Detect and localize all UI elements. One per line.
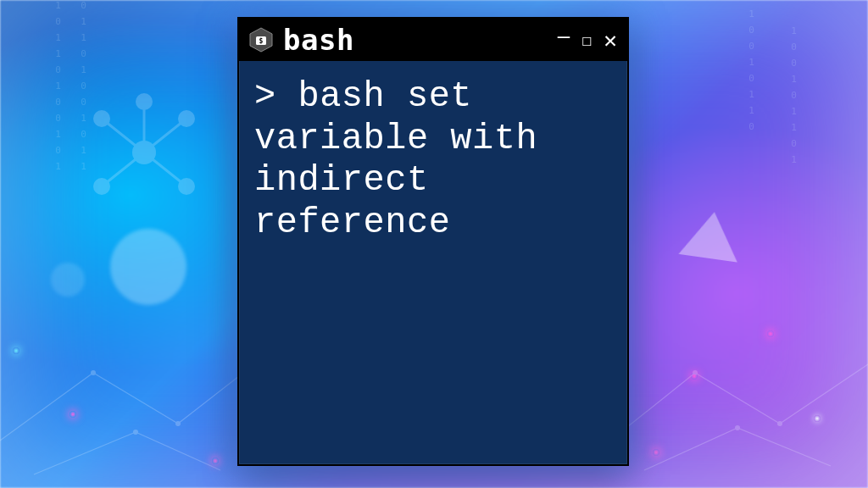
app-title: bash bbox=[283, 23, 549, 57]
glow-dot bbox=[653, 449, 659, 456]
glow-dot bbox=[691, 373, 698, 380]
svg-line-12 bbox=[93, 373, 178, 424]
svg-point-22 bbox=[175, 421, 181, 426]
glow-dot bbox=[767, 330, 774, 337]
svg-point-26 bbox=[735, 425, 740, 430]
close-button[interactable]: ✕ bbox=[604, 29, 617, 51]
svg-line-20 bbox=[737, 428, 831, 466]
svg-point-25 bbox=[777, 421, 782, 426]
minimize-button[interactable]: — bbox=[558, 26, 570, 47]
svg-line-14 bbox=[34, 432, 136, 474]
window-controls: — ☐ ✕ bbox=[558, 29, 617, 51]
glow-dot bbox=[814, 415, 821, 422]
svg-text:$: $ bbox=[259, 37, 264, 45]
maximize-button[interactable]: ☐ bbox=[581, 31, 592, 48]
svg-line-17 bbox=[695, 373, 780, 424]
svg-point-23 bbox=[133, 430, 138, 435]
titlebar[interactable]: $ bash — ☐ ✕ bbox=[239, 19, 627, 61]
bash-hex-icon: $ bbox=[248, 26, 275, 53]
glow-dot bbox=[70, 411, 76, 418]
terminal-window: $ bash — ☐ ✕ > bash set variable with in… bbox=[237, 17, 629, 466]
svg-line-15 bbox=[136, 432, 220, 470]
svg-line-18 bbox=[780, 364, 868, 424]
svg-line-11 bbox=[0, 373, 93, 441]
svg-point-21 bbox=[91, 370, 96, 375]
glow-dot bbox=[212, 458, 219, 464]
terminal-command: bash set variable with indirect referenc… bbox=[254, 76, 537, 243]
prompt-symbol: > bbox=[254, 76, 298, 117]
terminal-body[interactable]: > bash set variable with indirect refere… bbox=[239, 61, 627, 259]
glow-dot bbox=[13, 347, 19, 354]
